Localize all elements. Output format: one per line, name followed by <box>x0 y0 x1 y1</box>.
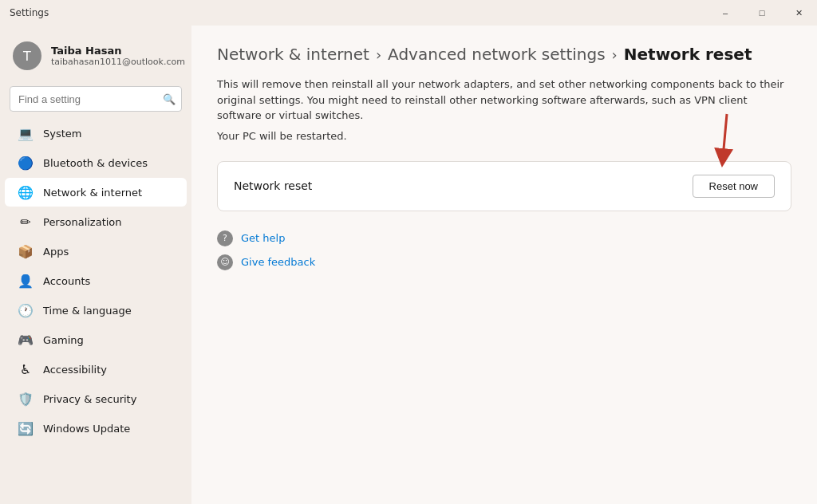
give-feedback-label: Give feedback <box>241 256 315 268</box>
search-input[interactable] <box>10 86 182 112</box>
sidebar-item-label-personalization: Personalization <box>43 216 122 228</box>
personalization-icon: ✏️ <box>18 214 34 230</box>
sidebar-item-label-accessibility: Accessibility <box>43 364 107 376</box>
time-icon: 🕐 <box>18 302 34 318</box>
get-help-label: Get help <box>241 232 285 244</box>
window-controls: – □ ✕ <box>707 0 817 26</box>
main-content: Network & internet › Advanced network se… <box>191 26 817 504</box>
network-icon: 🌐 <box>18 184 34 200</box>
sidebar-item-label-system: System <box>43 128 81 140</box>
user-profile[interactable]: T Taiba Hasan taibahasan1011@outlook.com <box>0 32 191 80</box>
restart-notice: Your PC will be restarted. <box>217 130 791 142</box>
sidebar-item-gaming[interactable]: 🎮 Gaming <box>5 325 187 354</box>
links-section: ? Get help ☺ Give feedback <box>217 230 791 270</box>
sidebar-item-time[interactable]: 🕐 Time & language <box>5 296 187 325</box>
sidebar-item-label-network: Network & internet <box>43 187 142 199</box>
titlebar: Settings – □ ✕ <box>0 0 817 26</box>
accounts-icon: 👤 <box>18 273 34 289</box>
bluetooth-icon: 🔵 <box>18 155 34 171</box>
breadcrumb-sep-1: › <box>376 46 381 63</box>
apps-icon: 📦 <box>18 243 34 259</box>
app-title: Settings <box>10 7 49 18</box>
network-reset-card: Network reset Reset now <box>217 161 791 211</box>
sidebar-item-network[interactable]: 🌐 Network & internet <box>5 178 187 207</box>
give-feedback-link[interactable]: ☺ Give feedback <box>217 254 791 270</box>
sidebar-item-apps[interactable]: 📦 Apps <box>5 237 187 266</box>
accessibility-icon: ♿ <box>18 361 34 377</box>
breadcrumb-advanced[interactable]: Advanced network settings <box>388 45 605 64</box>
give-feedback-icon: ☺ <box>217 254 233 270</box>
user-email: taibahasan1011@outlook.com <box>51 57 185 67</box>
sidebar-item-accessibility[interactable]: ♿ Accessibility <box>5 355 187 384</box>
gaming-icon: 🎮 <box>18 332 34 348</box>
maximize-button[interactable]: □ <box>744 0 780 26</box>
sidebar-nav: 💻 System 🔵 Bluetooth & devices 🌐 Network… <box>0 118 191 443</box>
sidebar-item-label-apps: Apps <box>43 246 69 258</box>
breadcrumb-sep-2: › <box>612 46 618 63</box>
close-button[interactable]: ✕ <box>780 0 817 26</box>
sidebar-item-label-update: Windows Update <box>43 423 130 435</box>
app-container: T Taiba Hasan taibahasan1011@outlook.com… <box>0 26 817 504</box>
sidebar-item-label-gaming: Gaming <box>43 334 84 346</box>
sidebar-item-privacy[interactable]: 🛡️ Privacy & security <box>5 384 187 413</box>
system-icon: 💻 <box>18 125 34 141</box>
user-name: Taiba Hasan <box>51 45 185 57</box>
description-text: This will remove then reinstall all your… <box>217 77 791 124</box>
reset-now-button[interactable]: Reset now <box>693 175 775 198</box>
sidebar-item-system[interactable]: 💻 System <box>5 119 187 148</box>
sidebar-item-label-time: Time & language <box>43 305 132 317</box>
sidebar: T Taiba Hasan taibahasan1011@outlook.com… <box>0 26 191 504</box>
sidebar-item-label-bluetooth: Bluetooth & devices <box>43 157 148 169</box>
breadcrumb-network[interactable]: Network & internet <box>217 45 369 64</box>
search-box: 🔍 <box>10 86 182 112</box>
sidebar-item-label-accounts: Accounts <box>43 275 90 287</box>
sidebar-item-label-privacy: Privacy & security <box>43 393 136 405</box>
get-help-icon: ? <box>217 230 233 246</box>
privacy-icon: 🛡️ <box>18 391 34 407</box>
user-info: Taiba Hasan taibahasan1011@outlook.com <box>51 45 185 67</box>
sidebar-item-personalization[interactable]: ✏️ Personalization <box>5 207 187 236</box>
network-reset-label: Network reset <box>234 179 312 192</box>
get-help-link[interactable]: ? Get help <box>217 230 791 246</box>
minimize-button[interactable]: – <box>707 0 744 26</box>
sidebar-item-bluetooth[interactable]: 🔵 Bluetooth & devices <box>5 148 187 177</box>
sidebar-item-update[interactable]: 🔄 Windows Update <box>5 414 187 443</box>
breadcrumb-current: Network reset <box>624 45 752 64</box>
search-icon: 🔍 <box>163 93 176 105</box>
update-icon: 🔄 <box>18 420 34 436</box>
avatar: T <box>13 41 41 70</box>
breadcrumb: Network & internet › Advanced network se… <box>217 45 791 64</box>
sidebar-item-accounts[interactable]: 👤 Accounts <box>5 266 187 295</box>
